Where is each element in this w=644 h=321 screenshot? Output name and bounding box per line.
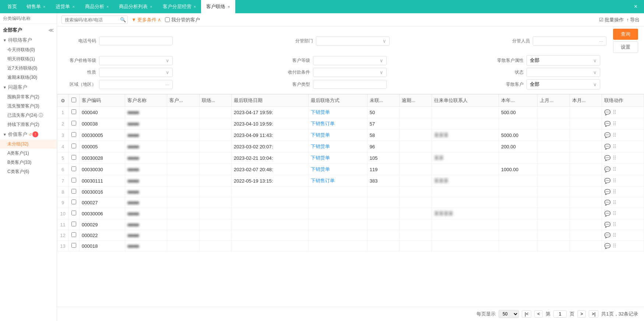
grid-icon[interactable]: ⠿ [613,232,616,238]
message-icon[interactable]: 💬 [604,144,610,149]
row-checkbox[interactable] [71,243,76,248]
grid-icon[interactable]: ⠿ [613,132,616,138]
row-checkbox[interactable] [71,155,76,160]
nav-customer-contact-close[interactable]: × [228,4,230,9]
staff-select[interactable]: ··· [533,36,606,46]
payment-terms-select[interactable]: ∨ [313,68,387,77]
sidebar-item-class-a[interactable]: A类客户(1) [0,149,57,158]
customer-tier-select[interactable]: ∨ [313,56,387,65]
search-icon[interactable]: 🔍 [120,17,126,22]
phone-input[interactable] [99,36,173,45]
sidebar-item-week-pending[interactable]: 近7天待联络(0) [0,64,57,73]
sidebar-item-churned[interactable]: 已流失客户(24) ⓘ [0,111,57,120]
last-page-button[interactable]: >| [589,310,598,318]
grid-icon[interactable]: ⠿ [613,211,616,216]
sidebar-item-declining[interactable]: 持续下滑客户(2) [0,120,57,129]
sidebar-item-churn-warning[interactable]: 流失预警客户(3) [0,102,57,111]
grid-icon[interactable]: ⠿ [613,222,616,227]
nav-analysis-list[interactable]: 商品分析列表 × [114,0,157,13]
dept-select[interactable]: ∨ [316,36,390,46]
settings-column-header[interactable]: ⚙ [57,95,68,107]
prev-page-button[interactable]: < [534,310,543,318]
sidebar-group-pending[interactable]: ▼ 待联络客户 [0,35,57,45]
grid-icon[interactable]: ⠿ [613,189,616,195]
sidebar-item-ungrouped[interactable]: 未分组(32) [0,140,57,149]
message-icon[interactable]: 💬 [604,121,610,127]
message-icon[interactable]: 💬 [604,132,610,138]
first-page-button[interactable]: |< [522,310,531,318]
row-checkbox[interactable] [71,222,76,226]
row-checkbox[interactable] [71,200,76,204]
my-customers-checkbox[interactable] [165,17,170,22]
nav-analysis-close[interactable]: × [106,4,109,9]
message-icon[interactable]: 💬 [604,109,610,115]
sidebar-item-today-pending[interactable]: 今天待联络(0) [0,45,57,54]
message-icon[interactable]: 💬 [604,200,610,205]
sidebar-group-problem[interactable]: ▼ 问题客户 [0,82,57,92]
message-icon[interactable]: 💬 [604,211,610,216]
col-code[interactable]: 客户编码 [80,95,125,107]
grid-icon[interactable]: ⠿ [613,178,616,184]
customer-type-input[interactable] [313,80,387,89]
message-icon[interactable]: 💬 [604,189,610,195]
row-checkbox[interactable] [71,166,76,171]
row-checkbox[interactable] [71,232,76,237]
nav-customer-tier-close[interactable]: × [194,4,196,9]
message-icon[interactable]: 💬 [604,166,610,172]
message-icon[interactable]: 💬 [604,243,610,249]
nav-salesorder[interactable]: 销售单 × [21,0,50,13]
reset-button[interactable]: 设置 [613,41,638,53]
sidebar-search-input[interactable] [3,16,57,21]
select-all-checkbox[interactable] [71,98,76,102]
refresh-icon[interactable]: ↺ [29,133,32,137]
row-checkbox[interactable] [71,121,76,126]
col-no-contact[interactable]: 未联... [367,95,399,107]
grid-icon[interactable]: ⠿ [613,144,616,149]
nav-customer-contact[interactable]: 客户联络 × [201,0,235,13]
nav-purchase-close[interactable]: × [72,4,74,9]
retail-attr-select[interactable]: 全部∨ [527,55,600,66]
nav-analysis-list-close[interactable]: × [150,4,152,9]
grid-icon[interactable]: ⠿ [613,200,616,205]
row-checkbox[interactable] [71,189,76,194]
row-checkbox[interactable] [71,132,76,137]
message-icon[interactable]: 💬 [604,232,610,238]
region-select[interactable]: ··· [99,80,173,89]
grid-icon[interactable]: ⠿ [613,109,616,115]
nav-analysis[interactable]: 商品分析 × [80,0,114,13]
sidebar-item-class-c[interactable]: C类客户(6) [0,167,57,176]
nav-customer-tier[interactable]: 客户分层经营 × [158,0,201,13]
sidebar-group-value[interactable]: ▼ 价值客户 ↺ ! [0,129,57,140]
sidebar-collapse-button[interactable]: ≪ [48,27,54,33]
batch-ops-button[interactable]: ☑ 批量操作 [599,17,624,23]
sidebar-item-tomorrow-pending[interactable]: 明天待联络(1) [0,54,57,64]
retail-customer-select[interactable]: 全部∨ [527,79,600,89]
grid-icon[interactable]: ⠿ [613,166,616,172]
more-conditions-button[interactable]: ▼ 更多条件 ∧ [131,17,161,23]
row-checkbox[interactable] [71,144,76,148]
query-button[interactable]: 查询 [613,29,638,40]
grid-icon[interactable]: ⠿ [613,155,616,161]
export-button[interactable]: ↑ 导出 [627,17,640,23]
nav-purchase[interactable]: 进货单 × [50,0,80,13]
message-icon[interactable]: 💬 [604,155,610,161]
grid-icon[interactable]: ⠿ [613,243,616,249]
row-checkbox[interactable] [71,211,76,215]
row-checkbox[interactable] [71,178,76,183]
window-close-button[interactable]: × [630,3,641,10]
status-select[interactable]: ∨ [527,68,600,77]
nav-salesorder-close[interactable]: × [43,4,45,9]
nav-home[interactable]: 首页 [3,0,21,13]
sidebar-item-class-b[interactable]: B类客户(33) [0,158,57,167]
sidebar-item-hoarding[interactable]: 囤购异常客户(2) [0,92,57,102]
message-icon[interactable]: 💬 [604,222,610,227]
col-last-date[interactable]: 最后联络日期 [232,95,309,107]
grid-icon[interactable]: ⠿ [613,121,616,127]
page-size-select[interactable]: 50 100 200 [499,310,519,318]
message-icon[interactable]: 💬 [604,178,610,184]
nature-select[interactable]: ∨ [99,68,173,77]
row-checkbox[interactable] [71,109,76,114]
col-name[interactable]: 客户名称 [125,95,167,107]
search-input[interactable] [65,17,120,22]
sidebar-item-overdue-pending[interactable]: 逾期未联络(30) [0,73,57,82]
